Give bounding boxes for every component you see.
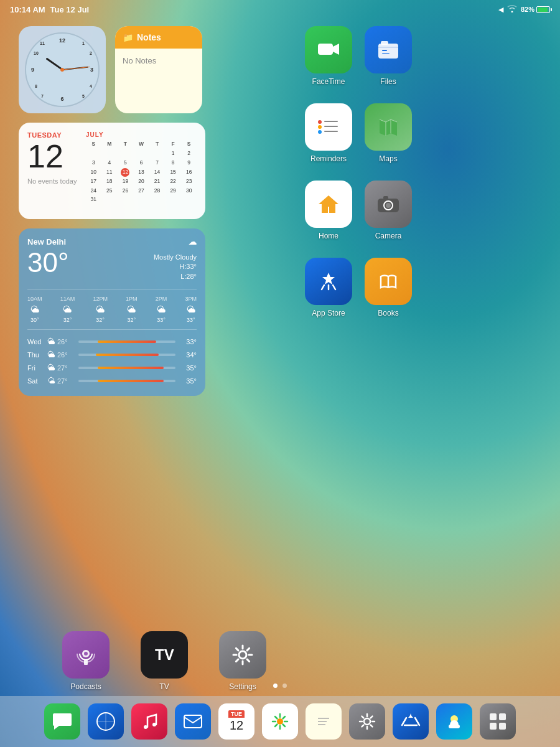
dock-icon-weather-dock[interactable] [436, 703, 472, 740]
cal-cell: 9 [181, 159, 197, 167]
svg-line-41 [362, 725, 364, 727]
dock-icon-mail[interactable] [175, 703, 211, 740]
cal-no-events: No events today [27, 177, 77, 185]
cal-cell: 8 [166, 159, 181, 167]
svg-point-30 [152, 723, 156, 726]
cal-cell: 1 [166, 149, 181, 158]
forecast-bar [78, 354, 175, 356]
weather-cloud-icon: ☁ [189, 237, 197, 247]
clock-num-6: 6 [60, 96, 63, 102]
clock-num-10: 10 [34, 51, 39, 55]
dock-icon-safari[interactable] [88, 703, 124, 740]
dock-icon-photos[interactable] [262, 703, 298, 740]
dock-icon-calendar[interactable]: TUE12 [218, 703, 254, 740]
weather-hour-temp: 33° [157, 317, 166, 323]
weather-hour-item: 10AM 🌥 30° [27, 296, 42, 323]
app-icon-facetime [305, 26, 352, 73]
svg-point-7 [318, 130, 322, 134]
forecast-row: Sat 🌤 27° 35° [27, 374, 197, 387]
forecast-high: 34° [179, 351, 197, 359]
app-label-tv: TV [159, 682, 169, 691]
forecast-day: Thu [27, 351, 45, 359]
svg-text:TV: TV [155, 646, 174, 663]
forecast-high: 33° [179, 338, 197, 345]
battery-indicator: 82% [521, 6, 550, 13]
dock-icon-notes-dock[interactable] [306, 703, 342, 740]
svg-line-27 [247, 648, 250, 651]
app-item-reminders[interactable]: Reminders [305, 103, 352, 163]
svg-rect-0 [318, 44, 333, 55]
dock-icon-appstore-dock[interactable] [393, 703, 429, 740]
calendar-widget[interactable]: TUESDAY 12 No events today JULY SMTWTFS1… [19, 123, 205, 219]
cal-cell [134, 195, 149, 204]
cal-cell: 20 [134, 177, 149, 186]
bottom-apps: Podcasts TV TV Settings [62, 631, 266, 691]
clock-num-5: 5 [82, 94, 85, 98]
notes-content: No Notes [123, 56, 156, 65]
clock-num-4: 4 [90, 84, 92, 88]
cal-cell: 2 [181, 149, 197, 158]
weather-hour-label: 12PM [93, 296, 108, 302]
app-item-maps[interactable]: Maps [365, 103, 412, 163]
app-item-files[interactable]: Files [365, 26, 412, 86]
bottom-app-settings[interactable]: Settings [219, 631, 266, 691]
dock-icon-widgets-dock[interactable] [480, 703, 516, 740]
clock-num-1: 1 [82, 41, 85, 45]
cal-cell: 25 [102, 187, 118, 195]
weather-hour-icon: 🌥 [96, 304, 105, 314]
forecast-low: 26° [57, 351, 75, 359]
dock-icon-settings-dock[interactable] [349, 703, 385, 740]
weather-city: New Delhi [27, 237, 66, 247]
cal-header: S [181, 140, 197, 149]
svg-point-32 [277, 718, 283, 725]
notes-header: 📁 Notes [115, 26, 202, 49]
cal-cell: 26 [118, 187, 133, 195]
cal-day-num: 12 [27, 140, 77, 172]
app-label-settings: Settings [229, 682, 256, 691]
app-label-maps: Maps [379, 154, 397, 163]
cal-cell: 3 [86, 159, 101, 167]
notes-widget[interactable]: 📁 Notes No Notes [115, 26, 202, 113]
bottom-app-tv[interactable]: TV TV [141, 631, 188, 691]
cal-header: M [102, 140, 118, 149]
app-item-camera[interactable]: Camera [365, 181, 412, 240]
status-time: 10:14 AM [10, 5, 45, 14]
weather-hour-temp: 32° [96, 317, 105, 323]
app-label-camera: Camera [375, 232, 402, 240]
dock-icon-music[interactable] [131, 703, 167, 740]
app-item-facetime[interactable]: FaceTime [305, 26, 352, 86]
cal-cell: 13 [134, 168, 149, 177]
notes-body: No Notes [115, 49, 202, 72]
bottom-app-podcasts[interactable]: Podcasts [62, 631, 110, 691]
weather-widget[interactable]: New Delhi ☁ 30° Mostly Cloudy H:33° L:28… [19, 228, 205, 396]
cal-cell: 7 [149, 159, 165, 167]
svg-rect-2 [381, 41, 388, 45]
forecast-icon: 🌥 [45, 337, 57, 346]
cal-cell: 4 [102, 159, 118, 167]
clock-widget[interactable]: 12 3 6 9 1 11 2 10 4 8 5 7 [19, 26, 106, 113]
location-icon: ◀ [498, 6, 503, 14]
dock-icon-messages[interactable] [44, 703, 80, 740]
cal-cell: 5 [118, 159, 133, 167]
battery-percentage: 82% [521, 6, 534, 13]
cal-cell: 12 [121, 168, 129, 177]
forecast-day: Wed [27, 338, 45, 345]
svg-point-19 [239, 651, 246, 659]
app-item-appstore[interactable]: App Store [305, 258, 352, 317]
app-icon-home [305, 181, 352, 228]
forecast-row: Wed 🌥 26° 33° [27, 335, 197, 348]
app-item-home[interactable]: Home [305, 181, 352, 240]
app-item-books[interactable]: Books [365, 258, 412, 317]
notes-title: Notes [137, 32, 161, 42]
weather-hour-item: 1PM 🌥 32° [126, 296, 138, 323]
cal-cell [102, 149, 118, 158]
weather-hour-label: 3PM [185, 296, 197, 302]
weather-hour-item: 3PM 🌥 33° [185, 296, 197, 323]
clock-num-3: 3 [90, 67, 93, 73]
app-icon-tv: TV [141, 631, 188, 679]
svg-line-23 [236, 659, 238, 662]
svg-point-13 [386, 203, 391, 208]
forecast-high: 35° [179, 377, 197, 385]
cal-right: JULY SMTWTFS1234567891011121314151617181… [86, 131, 197, 210]
cal-cell: 21 [149, 177, 165, 186]
